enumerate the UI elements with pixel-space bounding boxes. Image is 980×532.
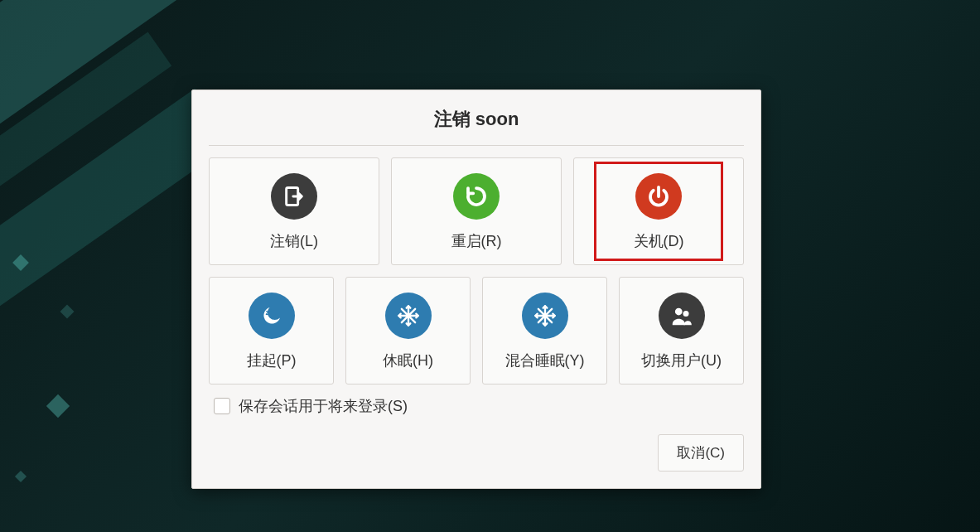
shutdown-label: 关机(D) [634,231,684,251]
snowflake-icon [385,293,432,339]
users-icon [659,293,705,339]
switch-user-button[interactable]: 切换用户(U) [619,277,744,384]
suspend-label: 挂起(P) [247,351,297,370]
hybrid-sleep-button[interactable]: 混合睡眠(Y) [482,277,607,384]
svg-text:z: z [268,306,272,313]
hibernate-button[interactable]: 休眠(H) [345,277,471,384]
background-particle [46,394,70,418]
suspend-button[interactable]: z z 挂起(P) [209,277,334,384]
dialog-footer: 取消(C) [209,434,744,472]
moon-sleep-icon: z z [249,293,295,339]
shutdown-button[interactable]: 关机(D) [573,157,744,265]
logout-icon [271,173,317,220]
svg-point-4 [683,311,688,317]
background-particle [15,471,27,482]
hybrid-sleep-label: 混合睡眠(Y) [505,351,585,370]
dialog-title: 注销 soon [209,107,744,146]
background-particle [60,305,75,319]
hibernate-label: 休眠(H) [383,351,433,370]
power-icon [635,173,682,220]
save-session-checkbox[interactable] [214,398,230,414]
switch-user-label: 切换用户(U) [641,351,722,370]
cancel-button[interactable]: 取消(C) [658,434,744,472]
restart-icon [453,173,500,220]
svg-point-3 [674,308,682,316]
secondary-actions-row: z z 挂起(P) 休眠(H) [209,277,744,384]
save-session-label: 保存会话用于将来登录(S) [239,396,408,416]
save-session-option[interactable]: 保存会话用于将来登录(S) [209,396,744,416]
logout-dialog: 注销 soon 注销(L) 重启(R) [191,89,761,489]
logout-label: 注销(L) [270,231,318,251]
snowflake-icon [522,293,568,339]
primary-actions-row: 注销(L) 重启(R) 关机(D) [209,157,744,265]
restart-label: 重启(R) [451,231,502,251]
logout-button[interactable]: 注销(L) [209,157,379,265]
restart-button[interactable]: 重启(R) [391,157,562,265]
